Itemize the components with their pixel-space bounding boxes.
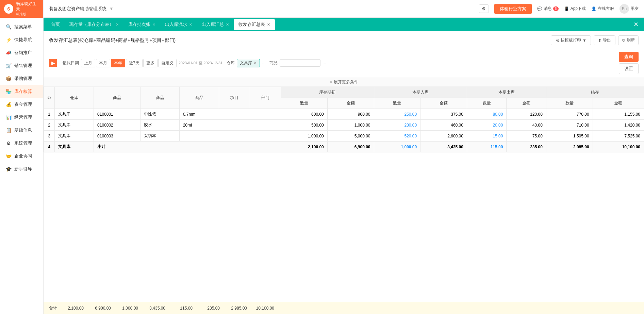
tab-label-summary: 出入库汇总 [202, 21, 224, 28]
finance-icon: 💰 [5, 102, 12, 107]
service-icon: 👤 [591, 6, 596, 11]
cell-end-qty: 770.00 [546, 109, 593, 120]
app-download-action[interactable]: 📱 App下载 [564, 6, 586, 12]
sidebar-item-system[interactable]: ⚙ 系统管理 [0, 137, 43, 150]
filter-toggle-button[interactable]: ▶ [49, 59, 57, 67]
footer-end-amt: 10,100.00 [250, 306, 278, 311]
print-button[interactable]: 🖨 按模板打印 ▼ [551, 35, 591, 45]
tab-flow[interactable]: 出入库流水✕ [160, 19, 197, 30]
purchase-icon: 📦 [5, 76, 12, 81]
operations-icon: 📊 [5, 115, 12, 120]
cell-out-qty[interactable]: 80.00 [467, 109, 507, 120]
sidebar-item-purchase[interactable]: 📦 采购管理 [0, 72, 43, 85]
user-label: 用友 [630, 6, 639, 12]
cell-sub-init-qty: 2,100.00 [281, 142, 328, 152]
warehouse-more-btn[interactable]: ... [262, 61, 265, 65]
cell-sub-in-qty[interactable]: 1,000.00 [374, 142, 420, 152]
refresh-button[interactable]: ↻ 刷新 [618, 35, 639, 45]
tab-recv-send[interactable]: 收发存汇总表✕ [234, 19, 275, 30]
expand-more-bar[interactable]: ∨ 展开更多条件 [44, 78, 644, 87]
tab-close-batch[interactable]: ✕ [152, 22, 155, 27]
experience-button[interactable]: 体验行业方案 [494, 4, 532, 14]
table-wrapper: ⚙ 仓库 商品 商品 商品 项目 部门 库存期初 本期入库 本期出库 结存 [44, 87, 644, 152]
sales-icon: 🛒 [5, 63, 12, 68]
inventory-icon: 🏪 [5, 89, 12, 94]
th-in-stock: 本期入库 [374, 87, 467, 98]
tab-close-recv-send[interactable]: ✕ [267, 22, 270, 27]
cell-sub-label: 小计 [94, 142, 281, 152]
tab-label-recv-send: 收发存汇总表 [238, 21, 265, 28]
service-action[interactable]: 👤 在线客服 [591, 6, 614, 12]
subtotal-row: 4 文具库 小计 2,100.00 6,900.00 1,000.00 3,43… [44, 142, 644, 152]
warehouse-tag-text: 文具库 [240, 60, 252, 66]
cell-out-qty[interactable]: 20.00 [467, 120, 507, 131]
cell-sub-end-amt: 10,100.00 [593, 142, 644, 152]
close-all-tabs-button[interactable]: ✕ [631, 21, 641, 28]
date-btn-自定义[interactable]: 自定义 [158, 59, 177, 67]
cell-end-qty: 1,505.00 [546, 131, 593, 142]
tab-stock-dist[interactable]: 现存量（库存分布表）✕ [65, 19, 123, 30]
goods-input[interactable] [280, 59, 320, 67]
warehouse-tag[interactable]: 文具库 ✕ [237, 59, 260, 67]
export-button[interactable]: ⬆ 导出 [594, 35, 615, 45]
cell-sub-seq: 4 [44, 142, 55, 152]
cell-out-qty[interactable]: 15.00 [467, 131, 507, 142]
goods-filter-label: 商品 [269, 60, 278, 66]
sidebar-item-guide[interactable]: 🎓 新手引导 [0, 163, 43, 176]
sidebar-item-search[interactable]: 🔍 搜索菜单 [0, 20, 43, 33]
header-actions: 🖨 按模板打印 ▼ ⬆ 导出 ↻ 刷新 [551, 35, 639, 45]
page-content: 收发存汇总表(按仓库+商品编码+商品+规格型号+项目+部门) 🖨 按模板打印 ▼… [44, 31, 644, 314]
th-out-amt: 金额 [507, 98, 546, 109]
goods-more-btn[interactable]: ... [323, 61, 326, 65]
warehouse-tag-remove[interactable]: ✕ [253, 61, 257, 65]
date-btn-更多[interactable]: 更多 [143, 59, 158, 67]
cell-warehouse: 文具库 [55, 131, 94, 142]
cell-code: 0100001 [94, 109, 141, 120]
sidebar-item-operations[interactable]: 📊 经营管理 [0, 111, 43, 124]
cell-sub-out-qty[interactable]: 115.00 [467, 142, 507, 152]
date-filter-label: 记账日期 [63, 60, 79, 66]
cell-in-qty[interactable]: 230.00 [374, 120, 420, 131]
sidebar-label-quick: 快捷导航 [14, 37, 32, 43]
cell-sub-in-amt: 3,435.00 [420, 142, 467, 152]
footer-total-label: 合计 [49, 305, 57, 311]
sidebar-item-finance[interactable]: 💰 资金管理 [0, 98, 43, 111]
date-btn-本月[interactable]: 本月 [96, 59, 110, 67]
user-action[interactable]: Ea 用友 [620, 4, 639, 14]
date-btn-近7天[interactable]: 近7天 [126, 59, 143, 67]
gear-button[interactable]: ⚙ [479, 4, 489, 13]
sidebar-item-sales[interactable]: 🛒 销售管理 [0, 59, 43, 72]
tab-summary[interactable]: 出入库汇总✕ [197, 19, 234, 30]
tab-close-stock-dist[interactable]: ✕ [116, 22, 119, 27]
cell-in-amt: 2,600.00 [420, 131, 467, 142]
topbar-title: 装备及固定资产辅助管理系统 ▼ [49, 6, 473, 12]
app-name: 畅库调好生意 [16, 1, 39, 12]
th-settings[interactable]: ⚙ [44, 87, 55, 109]
sidebar-item-marketing[interactable]: 📣 营销推广 [0, 46, 43, 59]
date-btn-上月[interactable]: 上月 [81, 59, 95, 67]
th-out-stock: 本期出库 [467, 87, 546, 98]
query-button[interactable]: 查询 [619, 52, 639, 62]
sidebar-item-cooperation[interactable]: 🤝 企业协同 [0, 150, 43, 163]
cell-in-amt: 460.00 [420, 120, 467, 131]
sidebar-item-inventory[interactable]: 🏪 库存核算 [0, 85, 43, 98]
cell-in-qty[interactable]: 520.00 [374, 131, 420, 142]
filter-bar: ▶ 记账日期 上月本月本年近7天更多自定义 2023-01-01 至 2023-… [44, 48, 644, 78]
cell-in-qty[interactable]: 250.00 [374, 109, 420, 120]
sidebar-item-basic[interactable]: 📋 基础信息 [0, 124, 43, 137]
tab-close-flow[interactable]: ✕ [189, 22, 192, 27]
filter-row: 记账日期 上月本月本年近7天更多自定义 2023-01-01 至 2023-12… [63, 59, 613, 67]
message-action[interactable]: 💬 消息 6 [537, 6, 559, 12]
sidebar-item-quick[interactable]: ⚡ 快捷导航 [0, 33, 43, 46]
tab-close-summary[interactable]: ✕ [226, 22, 229, 27]
date-btn-本年[interactable]: 本年 [111, 59, 125, 67]
print-label: 按模板打印 [561, 37, 581, 43]
warehouse-filter-label: 仓库 [227, 60, 235, 66]
th-in-amt: 金额 [420, 98, 467, 109]
filter-settings-button[interactable]: 设置 [619, 63, 639, 74]
tab-batch[interactable]: 库存批次账✕ [123, 19, 160, 30]
cell-seq: 2 [44, 120, 55, 131]
cell-init-amt: 5,000.00 [327, 131, 374, 142]
search-icon: 🔍 [5, 24, 12, 30]
tab-home[interactable]: 首页 [46, 19, 65, 30]
